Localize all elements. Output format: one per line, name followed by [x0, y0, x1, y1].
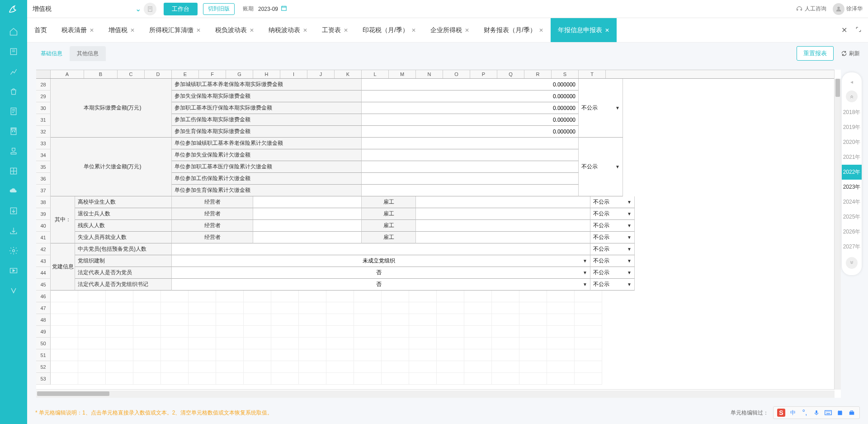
tab-close-icon[interactable]: ✕ — [130, 27, 135, 33]
field-value[interactable] — [362, 149, 579, 161]
empty-cell[interactable] — [354, 314, 382, 326]
year-collapse-icon[interactable]: ◂ — [842, 76, 862, 88]
col-header[interactable]: D — [145, 70, 172, 78]
empty-cell[interactable] — [519, 314, 547, 326]
empty-cell[interactable] — [437, 302, 464, 314]
empty-cell[interactable] — [464, 338, 492, 349]
col-header[interactable]: O — [443, 70, 470, 78]
empty-cell[interactable] — [106, 349, 133, 361]
nav-stamp-icon[interactable] — [0, 141, 27, 161]
nav-import-icon[interactable] — [0, 221, 27, 241]
empty-cell[interactable] — [78, 349, 106, 361]
row-number[interactable]: 38 — [36, 196, 51, 208]
empty-cell[interactable] — [78, 314, 106, 326]
empty-cell[interactable] — [326, 373, 354, 385]
empty-cell[interactable] — [382, 302, 409, 314]
empty-cell[interactable] — [326, 302, 354, 314]
empty-cell[interactable] — [326, 314, 354, 326]
empty-cell[interactable] — [354, 338, 382, 349]
ime-toolbox-icon[interactable] — [848, 409, 856, 417]
period-value[interactable]: 2023-09 — [258, 6, 278, 12]
empty-cell[interactable] — [78, 291, 106, 302]
row-number[interactable]: 34 — [36, 149, 51, 161]
empty-cell[interactable] — [244, 302, 271, 314]
empty-cell[interactable] — [464, 373, 492, 385]
empty-cell[interactable] — [437, 314, 464, 326]
empty-cell[interactable] — [299, 326, 326, 338]
empty-cell[interactable] — [464, 361, 492, 373]
tab-close-icon[interactable]: ✕ — [605, 27, 609, 33]
tab-close-icon[interactable]: ✕ — [250, 27, 254, 33]
col-header[interactable]: E — [172, 70, 199, 78]
empty-cell[interactable] — [161, 302, 189, 314]
empty-cell[interactable] — [492, 349, 519, 361]
empty-cell[interactable] — [519, 338, 547, 349]
empty-cell[interactable] — [271, 361, 299, 373]
col-header[interactable]: C — [118, 70, 145, 78]
empty-cell[interactable] — [106, 373, 133, 385]
empty-cell[interactable] — [189, 302, 216, 314]
empty-cell[interactable] — [51, 302, 78, 314]
nav-cloud-icon[interactable] — [0, 181, 27, 201]
empty-cell[interactable] — [244, 291, 271, 302]
empty-cell[interactable] — [189, 361, 216, 373]
nav-doc-icon[interactable] — [0, 101, 27, 121]
empty-cell[interactable] — [492, 373, 519, 385]
row-number[interactable]: 41 — [36, 232, 51, 243]
row-number[interactable]: 53 — [36, 373, 51, 385]
row-number[interactable]: 28 — [36, 79, 51, 91]
field-value[interactable] — [362, 161, 579, 173]
row-number[interactable]: 40 — [36, 220, 51, 232]
tab-4[interactable]: 税负波动表✕ — [208, 18, 261, 42]
nav-chart-icon[interactable] — [0, 62, 27, 81]
empty-cell[interactable] — [575, 338, 602, 349]
empty-cell[interactable] — [575, 373, 602, 385]
tab-2[interactable]: 增值税✕ — [101, 18, 142, 42]
row-number[interactable]: 33 — [36, 138, 51, 149]
empty-cell[interactable] — [244, 373, 271, 385]
close-all-icon[interactable]: ✕ — [841, 26, 847, 34]
col-header[interactable]: R — [524, 70, 552, 78]
dropdown-cell[interactable]: 否▼ — [172, 279, 590, 291]
calendar-icon[interactable] — [281, 5, 287, 13]
empty-cell[interactable] — [354, 361, 382, 373]
empty-cell[interactable] — [161, 349, 189, 361]
col-header[interactable]: A — [51, 70, 84, 78]
empty-cell[interactable] — [133, 349, 161, 361]
empty-cell[interactable] — [133, 302, 161, 314]
row-number[interactable]: 42 — [36, 243, 51, 255]
empty-cell[interactable] — [382, 291, 409, 302]
disp-cell[interactable]: 不公示▼ — [590, 267, 635, 279]
tab-close-icon[interactable]: ✕ — [303, 27, 307, 33]
empty-cell[interactable] — [106, 361, 133, 373]
empty-cell[interactable] — [161, 338, 189, 349]
year-item[interactable]: 2027年 — [842, 239, 862, 254]
empty-cell[interactable] — [271, 326, 299, 338]
empty-cell[interactable] — [382, 338, 409, 349]
refresh-button[interactable]: 刷新 — [841, 50, 860, 57]
empty-cell[interactable] — [244, 314, 271, 326]
horizontal-scrollbar[interactable] — [36, 391, 835, 398]
empty-cell[interactable] — [216, 349, 244, 361]
tab-close-icon[interactable]: ✕ — [465, 27, 469, 33]
op-value[interactable] — [253, 208, 362, 220]
empty-cell[interactable] — [464, 349, 492, 361]
row-number[interactable]: 37 — [36, 185, 51, 196]
row-number[interactable]: 50 — [36, 338, 51, 349]
reset-button[interactable]: 重置报表 — [797, 46, 834, 61]
empty-cell[interactable] — [271, 291, 299, 302]
empty-cell[interactable] — [51, 326, 78, 338]
empty-cell[interactable] — [575, 361, 602, 373]
row-number[interactable]: 29 — [36, 91, 51, 102]
field-value[interactable] — [172, 243, 590, 255]
empty-cell[interactable] — [437, 326, 464, 338]
ime-s-icon[interactable]: S — [777, 409, 785, 417]
empty-cell[interactable] — [299, 361, 326, 373]
subtab-other[interactable]: 其他信息 — [70, 46, 106, 61]
empty-cell[interactable] — [547, 302, 575, 314]
row-number[interactable]: 35 — [36, 161, 51, 173]
tab-5[interactable]: 纳税波动表✕ — [261, 18, 315, 42]
nav-bag-icon[interactable] — [0, 81, 27, 101]
ime-keyboard-icon[interactable] — [824, 409, 832, 417]
disp-cell[interactable]: 不公示▼ — [590, 220, 635, 232]
